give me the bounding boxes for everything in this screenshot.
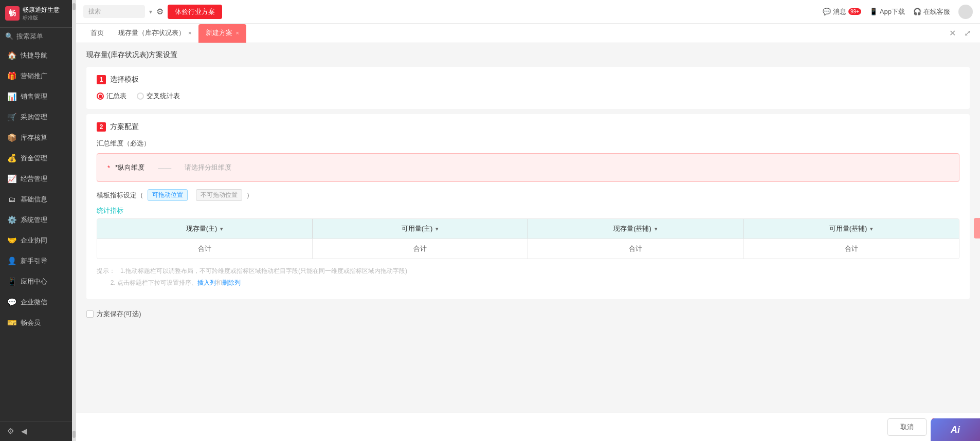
topbar-search-box[interactable]: 搜索 [83,5,145,18]
app-download-button[interactable]: 📱 App下载 [869,7,905,16]
headset-icon: 🎧 [913,8,921,15]
radio-cross[interactable]: 交叉统计表 [137,91,180,101]
action-bar: 取消 查询 [76,413,980,441]
sidebar-item-wechat[interactable]: 💬 企业微信 [0,292,72,313]
step1-badge: 1 [97,75,106,84]
nav-icon-money: 💰 [7,154,16,163]
message-button[interactable]: 💬 消息 99+ [823,7,861,16]
col-header-4[interactable]: 可用量(基辅) ▾ [743,219,959,238]
stats-table-body: 合计 合计 合计 合计 [97,238,959,259]
trial-button[interactable]: 体验行业方案 [168,5,222,19]
tip-2: 2. 点击标题栏下拉可设置排序、插入列和删除列 [97,277,959,289]
sidebar-item-sales[interactable]: 📊 销售管理 [0,86,72,107]
col-header-1[interactable]: 现存量(主) ▾ [97,219,313,238]
sidebar-item-guide[interactable]: 👤 新手引导 [0,251,72,271]
message-badge: 99+ [848,8,861,15]
nav-icon-app: 📱 [7,277,16,286]
close-panel-icon[interactable]: ✕ [947,27,958,39]
speaker-icon[interactable]: ◀ [21,427,27,436]
nav-label: 经营管理 [21,174,47,183]
message-label: 消息 [833,7,846,16]
topbar-gear-icon[interactable]: ⚙ [156,7,164,16]
tab-new-plan-close[interactable]: × [235,30,239,36]
col-cell-1: 合计 [97,238,313,259]
cancel-button[interactable]: 取消 [887,418,927,436]
col-header-2[interactable]: 可用量(主) ▾ [313,219,528,238]
tab-home[interactable]: 首页 [83,24,111,43]
sidebar-item-quick-nav[interactable]: 🏠 快捷导航 [0,45,72,66]
nav-label: 新手引导 [21,256,47,266]
template-options: 汇总表 交叉统计表 [97,91,959,101]
tips-box: 提示： 1.拖动标题栏可以调整布局，不可跨维度或指标区域拖动栏目字段(只能在同一… [97,259,959,291]
sidebar-item-purchase[interactable]: 🛒 采购管理 [0,107,72,127]
nav-label: 销售管理 [21,92,47,101]
sidebar-nav: 🏠 快捷导航 🎁 营销推广 📊 销售管理 🛒 采购管理 📦 库存核算 💰 资金管… [0,45,72,421]
nav-icon-info: 🗂 [7,195,16,204]
nav-icon-cart: 🛒 [7,113,16,122]
save-label: 方案保存(可选) [97,309,141,319]
sidebar-item-cooperation[interactable]: 🤝 企业协同 [0,230,72,251]
col-header-3-label: 现存量(基辅) [613,224,651,233]
nav-label: 畅会员 [21,318,41,327]
indicator-label: 模板指标设定（ [97,191,143,200]
nav-label: 营销推广 [21,71,47,81]
col-header-3[interactable]: 现存量(基辅) ▾ [528,219,743,238]
nav-icon-home: 🏠 [7,51,16,60]
sidebar-item-finance[interactable]: 💰 资金管理 [0,148,72,169]
tab-new-plan[interactable]: 新建方案 × [198,24,246,43]
stats-table-header: 现存量(主) ▾ 可用量(主) ▾ 现存量(基辅) ▾ 可用量(基辅) ▾ [97,219,959,238]
sidebar-item-member[interactable]: 🎫 畅会员 [0,313,72,333]
sidebar-search[interactable]: 🔍 搜索菜单 [0,28,72,45]
search-icon: 🔍 [5,32,13,40]
ai-badge[interactable]: Ai [931,418,980,441]
sidebar-item-inventory[interactable]: 📦 库存核算 [0,127,72,148]
col-cell-4: 合计 [743,238,959,259]
radio-cross-label: 交叉统计表 [147,91,180,101]
dimension-box[interactable]: * *纵向维度 —— 请选择分组维度 [97,153,959,182]
expand-panel-icon[interactable]: ⤢ [962,27,973,39]
nav-icon-guide: 👤 [7,256,16,266]
customer-service-button[interactable]: 🎧 在线客服 [913,7,950,16]
sidebar-item-app-center[interactable]: 📱 应用中心 [0,271,72,292]
settings-icon[interactable]: ⚙ [7,427,14,436]
col3-chevron[interactable]: ▾ [655,226,658,232]
tab-inventory-status[interactable]: 现存量（库存状况表） × [111,24,198,43]
dimension-placeholder: 请选择分组维度 [185,163,231,172]
user-avatar[interactable] [958,5,973,19]
tab-inventory-close[interactable]: × [188,30,191,36]
col-header-4-label: 可用量(基辅) [829,224,867,233]
radio-summary-circle [97,93,104,100]
app-download-label: App下载 [880,7,905,16]
save-checkbox[interactable] [86,310,94,318]
stats-table: 现存量(主) ▾ 可用量(主) ▾ 现存量(基辅) ▾ 可用量(基辅) ▾ [97,218,959,259]
content-area: 现存量(库存状况表)方案设置 1 选择模板 汇总表 交叉统计表 2 [76,43,980,413]
logo-icon: 畅 [5,6,20,21]
sidebar-item-basic-info[interactable]: 🗂 基础信息 [0,189,72,210]
sidebar-search-label: 搜索菜单 [16,32,43,41]
sidebar-item-marketing[interactable]: 🎁 营销推广 [0,66,72,86]
stats-section-label: 统计指标 [97,206,959,215]
nav-icon-gift: 🎁 [7,71,16,81]
topbar-dropdown-icon[interactable]: ▾ [149,8,152,15]
nav-icon-box: 📦 [7,133,16,142]
scroll-thumb-bottom [72,431,76,438]
radio-summary[interactable]: 汇总表 [97,91,126,101]
sidebar-item-operations[interactable]: 📈 经营管理 [0,169,72,189]
indicator-close-paren: ） [246,191,253,200]
sidebar-item-system[interactable]: ⚙️ 系统管理 [0,210,72,230]
tab-home-label: 首页 [90,28,104,38]
col4-chevron[interactable]: ▾ [870,226,873,232]
nav-label: 应用中心 [21,277,47,286]
nav-icon-member: 🎫 [7,318,16,327]
col1-chevron[interactable]: ▾ [220,226,223,232]
sidebar-scroll [72,0,76,441]
tab-controls: ✕ ⤢ [947,27,973,39]
nav-label: 系统管理 [21,215,47,225]
topbar: 搜索 ▾ ⚙ 体验行业方案 💬 消息 99+ 📱 App下载 🎧 在线客服 [76,0,980,24]
step2-badge: 2 [97,122,106,132]
right-panel-toggle[interactable] [974,218,980,238]
scroll-thumb-top [72,3,76,10]
col2-chevron[interactable]: ▾ [435,226,439,232]
nav-label: 企业协同 [21,236,47,245]
step2-title-row: 2 方案配置 [97,122,959,132]
